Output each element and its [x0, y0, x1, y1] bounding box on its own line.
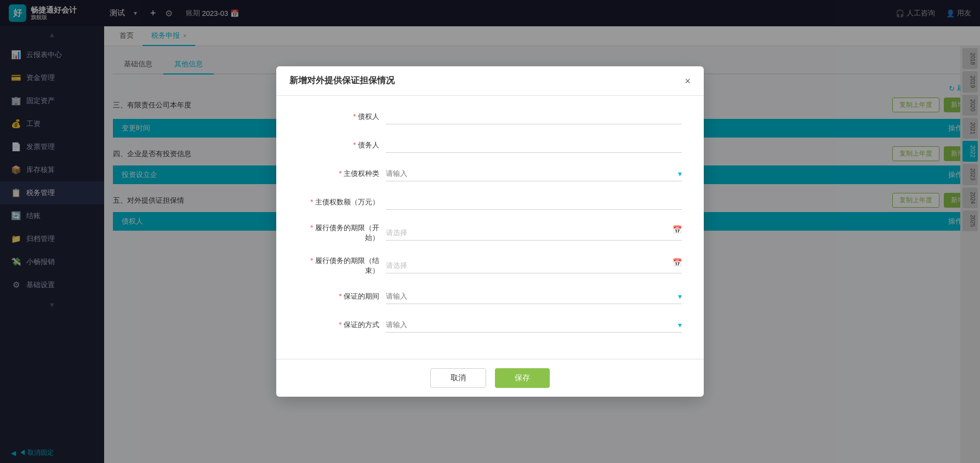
input-wrap-period-start: 📅	[386, 225, 682, 241]
input-wrap-creditor	[386, 109, 682, 124]
save-button[interactable]: 保存	[495, 368, 550, 388]
field-creditor: * 债权人	[298, 109, 682, 124]
label-guarantee-period: * 保证的期间	[298, 291, 386, 301]
chevron-down-debt-type-icon[interactable]: ▾	[678, 169, 682, 178]
field-debt-amount: * 主债权数额（万元）	[298, 195, 682, 210]
field-debt-type: * 主债权种类 ▾	[298, 166, 682, 181]
field-period-start: * 履行债务的期限（开始） 📅	[298, 223, 682, 243]
label-period-end: * 履行债务的期限（结束）	[298, 256, 386, 276]
select-guarantee-method[interactable]	[386, 317, 678, 332]
field-period-end: * 履行债务的期限（结束） 📅	[298, 256, 682, 276]
calendar-end-icon[interactable]: 📅	[673, 258, 682, 267]
modal-close-button[interactable]: ×	[685, 76, 691, 86]
chevron-down-guarantee-period-icon[interactable]: ▾	[678, 292, 682, 301]
modal-overlay: 新增对外提供保证担保情况 × * 债权人 * 债务人	[0, 0, 980, 463]
input-period-end[interactable]	[386, 258, 682, 273]
input-wrap-period-end: 📅	[386, 258, 682, 273]
input-wrap-debt-amount	[386, 195, 682, 210]
chevron-down-guarantee-method-icon[interactable]: ▾	[678, 321, 682, 329]
field-guarantee-period: * 保证的期间 ▾	[298, 289, 682, 304]
field-guarantee-method: * 保证的方式 ▾	[298, 317, 682, 333]
field-debtor: * 债务人	[298, 138, 682, 153]
modal-title: 新增对外提供保证担保情况	[289, 75, 395, 87]
label-period-start: * 履行债务的期限（开始）	[298, 223, 386, 243]
input-creditor[interactable]	[386, 109, 682, 124]
label-debt-amount: * 主债权数额（万元）	[298, 197, 386, 207]
modal-body: * 债权人 * 债务人 *	[276, 96, 704, 359]
label-creditor: * 债权人	[298, 112, 386, 122]
label-debtor: * 债务人	[298, 140, 386, 150]
modal-dialog: 新增对外提供保证担保情况 × * 债权人 * 债务人	[276, 66, 704, 397]
modal-footer: 取消 保存	[276, 359, 704, 397]
select-wrap-guarantee-method: ▾	[386, 317, 682, 333]
select-wrap-debt-type: ▾	[386, 166, 682, 181]
input-period-start[interactable]	[386, 225, 682, 241]
input-debt-amount[interactable]	[386, 195, 682, 210]
label-guarantee-method: * 保证的方式	[298, 320, 386, 330]
input-debtor[interactable]	[386, 138, 682, 153]
select-wrap-guarantee-period: ▾	[386, 289, 682, 304]
label-debt-type: * 主债权种类	[298, 169, 386, 179]
select-debt-type[interactable]	[386, 166, 678, 181]
input-wrap-debtor	[386, 138, 682, 153]
modal-header: 新增对外提供保证担保情况 ×	[276, 66, 704, 96]
select-guarantee-period[interactable]	[386, 289, 678, 304]
calendar-start-icon[interactable]: 📅	[673, 225, 682, 234]
cancel-button[interactable]: 取消	[430, 368, 486, 388]
